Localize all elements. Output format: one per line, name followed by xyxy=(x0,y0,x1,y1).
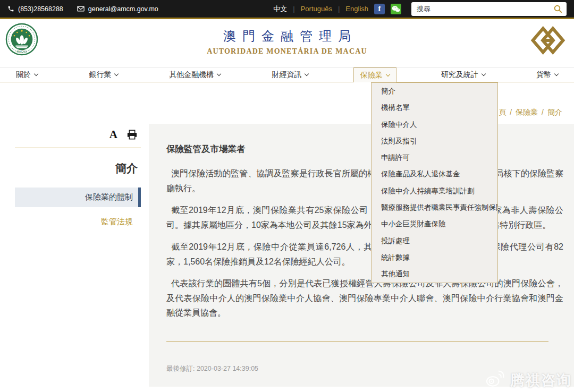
breadcrumb-separator: / xyxy=(542,108,544,116)
menu-item-licence-application[interactable]: 申請許可 xyxy=(372,149,497,166)
lang-separator: | xyxy=(293,5,294,13)
magnifier-icon[interactable] xyxy=(553,4,563,15)
email-address: general@amcm.gov.mo xyxy=(88,5,158,13)
site-header: MACAU 澳門金融管理局 AUTORIDADE MONETÁRIA DE MA… xyxy=(0,19,574,67)
nav-label: 貨幣 xyxy=(536,70,551,80)
menu-item-insurance-intermediaries[interactable]: 保險中介人 xyxy=(372,116,497,133)
chevron-down-icon xyxy=(554,72,559,76)
breadcrumb-section-insurance[interactable]: 保險業 xyxy=(516,108,538,116)
nav-label: 銀行業 xyxy=(89,70,111,80)
chevron-down-icon xyxy=(34,72,38,76)
envelope-icon xyxy=(77,6,85,12)
nav-item-research-statistics[interactable]: 研究及統計 xyxy=(435,67,492,82)
nav-item-insurance[interactable]: 保險業 xyxy=(353,67,396,82)
lang-portuguese[interactable]: Português xyxy=(301,5,332,13)
paragraph: 澳門保險活動的監管、協調及監察是行政長官所屬的權限，該等權限透過澳門金融管理局核… xyxy=(166,166,563,195)
phone-contact: (853)28568288 xyxy=(7,5,63,13)
menu-item-medical-civil-liability-insurance[interactable]: 醫療服務提供者職業民事責任強制保險 xyxy=(372,199,497,216)
insurance-dropdown-menu: 簡介 機構名單 保險中介人 法則及指引 申請許可 保險產品及私人退休基金 保險中… xyxy=(371,82,498,283)
nav-item-about[interactable]: 關於 xyxy=(10,67,44,82)
menu-item-rules-guidelines[interactable]: 法則及指引 xyxy=(372,133,497,149)
nav-item-other-financial-institutions[interactable]: 其他金融機構 xyxy=(163,67,227,82)
amcm-diamond-logo xyxy=(530,24,565,58)
breadcrumb-separator: / xyxy=(510,108,512,116)
nav-label: 研究及統計 xyxy=(441,70,478,80)
top-utility-bar: (853)28568288 general@amcm.gov.mo 中文 | P… xyxy=(0,0,574,19)
main-navigation: 關於 銀行業 其他金融機構 財經資訊 保險業 研究及統計 貨幣 xyxy=(0,67,574,82)
search-input[interactable] xyxy=(411,2,567,16)
site-title-block[interactable]: 澳門金融管理局 AUTORIDADE MONETÁRIA DE MACAU xyxy=(0,28,574,56)
chevron-down-icon xyxy=(114,72,119,76)
font-size-icon[interactable]: A xyxy=(109,129,117,140)
paragraph: 截至2019年12月底，保險中介從業員達6,726人，其中個人保險代理人有5,0… xyxy=(166,240,563,269)
lang-chinese[interactable]: 中文 xyxy=(273,4,287,14)
nav-item-banking[interactable]: 銀行業 xyxy=(82,67,124,82)
lang-english[interactable]: English xyxy=(345,5,368,13)
lang-separator: | xyxy=(338,5,340,13)
phone-number: (853)28568288 xyxy=(18,5,63,13)
menu-item-institutions-list[interactable]: 機構名單 xyxy=(372,99,497,116)
chevron-down-icon xyxy=(305,72,309,76)
menu-item-products-private-pension-funds[interactable]: 保險產品及私人退休基金 xyxy=(372,166,497,182)
chevron-down-icon xyxy=(482,72,486,76)
content-divider xyxy=(166,342,548,342)
sidebar-heading: 簡介 xyxy=(15,161,141,176)
breadcrumb: 主頁/保險業/簡介 xyxy=(491,108,562,117)
printer-icon[interactable] xyxy=(126,130,138,140)
last-modified-value: 2020-03-27 14:39:05 xyxy=(197,365,258,372)
sidebar-tools: A xyxy=(15,128,141,141)
page-title: 保險監管及市場業者 xyxy=(166,143,563,155)
wechat-icon[interactable] xyxy=(391,4,401,14)
menu-item-sme-catastrophe-property-insurance[interactable]: 中小企巨災財產保險 xyxy=(372,216,497,232)
last-modified-label: 最後修訂: xyxy=(166,365,195,372)
sidebar-divider xyxy=(15,148,141,148)
nav-label: 關於 xyxy=(16,70,31,80)
breadcrumb-current: 簡介 xyxy=(547,108,562,116)
chevron-down-icon xyxy=(217,72,221,76)
phone-icon xyxy=(7,5,14,12)
menu-item-other-notices[interactable]: 其他通知 xyxy=(372,266,497,282)
site-title-portuguese: AUTORIDADE MONETÁRIA DE MACAU xyxy=(0,47,574,56)
article: 保險監管及市場業者 澳門保險活動的監管、協調及監察是行政長官所屬的權限，該等權限… xyxy=(166,143,563,373)
search-box xyxy=(411,2,567,16)
paragraph: 截至2019年12月底，澳門保險業共有25家保險公司，當中12家為人壽保險公司及… xyxy=(166,203,563,232)
nav-label: 財經資訊 xyxy=(272,70,301,80)
nav-label: 其他金融機構 xyxy=(169,70,214,80)
last-modified: 最後修訂: 2020-03-27 14:39:05 xyxy=(166,364,563,373)
facebook-icon[interactable]: f xyxy=(374,4,385,14)
topbar-right: 中文 | Português | English f xyxy=(273,2,567,16)
sidebar: A 簡介 保險業的體制 監管法規 xyxy=(15,128,141,227)
sidebar-item-insurance-system[interactable]: 保險業的體制 xyxy=(15,188,141,207)
email-contact[interactable]: general@amcm.gov.mo xyxy=(77,5,158,13)
nav-label: 保險業 xyxy=(360,71,383,80)
site-title-chinese: 澳門金融管理局 xyxy=(0,28,574,45)
menu-item-cpd-training-programme[interactable]: 保險中介人持續專業培訓計劃 xyxy=(372,183,497,199)
menu-item-introduction[interactable]: 簡介 xyxy=(372,83,497,99)
chevron-down-icon xyxy=(385,72,390,76)
nav-item-currency[interactable]: 貨幣 xyxy=(530,67,564,82)
menu-item-statistics[interactable]: 統計數據 xyxy=(372,249,497,266)
sidebar-item-regulations[interactable]: 監管法規 xyxy=(15,217,141,227)
paragraph: 代表該行業的團體共有5個，分別是代表已獲授權經營人壽保險公司及非人壽保險公司的澳… xyxy=(166,276,563,320)
main-area: 主頁/保險業/簡介 A 簡介 保險業的體制 監管法規 保險監管及市場業者 澳門保… xyxy=(0,82,574,392)
nav-item-financial-information[interactable]: 財經資訊 xyxy=(265,67,315,82)
menu-item-complaints-handling[interactable]: 投訴處理 xyxy=(372,233,497,249)
